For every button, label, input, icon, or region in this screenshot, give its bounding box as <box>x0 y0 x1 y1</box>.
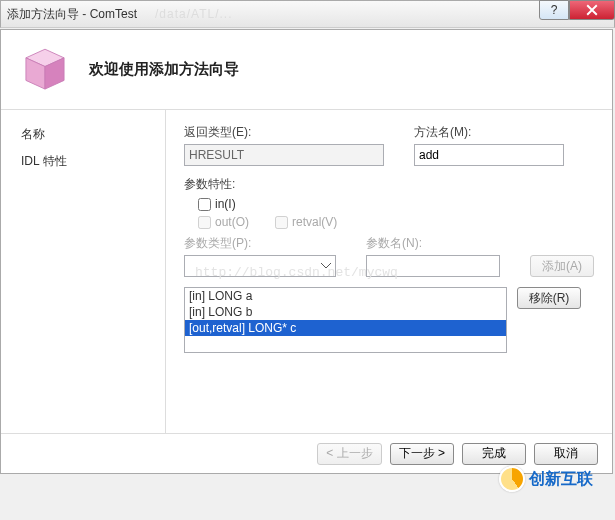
return-type-label: 返回类型(E): <box>184 124 384 141</box>
help-button[interactable]: ? <box>539 0 569 20</box>
prev-button: < 上一步 <box>317 443 381 465</box>
param-type-label: 参数类型(P): <box>184 235 336 252</box>
param-list-item[interactable]: [in] LONG b <box>185 304 506 320</box>
sidebar: 名称 IDL 特性 <box>1 110 166 433</box>
checkbox-retval-label: retval(V) <box>292 215 337 229</box>
cube-icon <box>19 44 71 96</box>
param-attr-label: 参数特性: <box>184 177 235 191</box>
cancel-button[interactable]: 取消 <box>534 443 598 465</box>
overlay-logo-icon <box>499 466 525 492</box>
chevron-down-icon <box>319 259 333 273</box>
param-listbox[interactable]: [in] LONG a[in] LONG b[out,retval] LONG*… <box>184 287 507 353</box>
overlay-brand-logo: 创新互联 <box>499 464 609 494</box>
finish-button[interactable]: 完成 <box>462 443 526 465</box>
wizard-dialog: 欢迎使用添加方法向导 名称 IDL 特性 返回类型(E): 方法名(M): 参数… <box>0 29 613 474</box>
help-icon: ? <box>551 3 558 17</box>
wizard-header: 欢迎使用添加方法向导 <box>1 30 612 110</box>
checkbox-out: out(O) <box>198 215 249 229</box>
window-buttons: ? <box>539 0 615 20</box>
param-list-item[interactable]: [out,retval] LONG* c <box>185 320 506 336</box>
checkbox-in[interactable]: in(I) <box>198 197 594 211</box>
close-button[interactable] <box>569 0 615 20</box>
window-title: 添加方法向导 - ComTest <box>7 6 137 23</box>
return-type-input[interactable] <box>184 144 384 166</box>
next-button[interactable]: 下一步 > <box>390 443 454 465</box>
checkbox-out-box <box>198 216 211 229</box>
checkbox-in-box[interactable] <box>198 198 211 211</box>
param-type-select[interactable] <box>184 255 336 277</box>
remove-param-button[interactable]: 移除(R) <box>517 287 581 309</box>
form-panel: 返回类型(E): 方法名(M): 参数特性: in(I) <box>166 110 612 433</box>
method-name-label: 方法名(M): <box>414 124 564 141</box>
close-icon <box>586 4 598 16</box>
wizard-title: 欢迎使用添加方法向导 <box>89 60 239 79</box>
add-param-button: 添加(A) <box>530 255 594 277</box>
param-list-item[interactable]: [in] LONG a <box>185 288 506 304</box>
param-name-input[interactable] <box>366 255 500 277</box>
checkbox-retval: retval(V) <box>275 215 337 229</box>
param-name-label: 参数名(N): <box>366 235 500 252</box>
checkbox-out-label: out(O) <box>215 215 249 229</box>
method-name-input[interactable] <box>414 144 564 166</box>
titlebar: 添加方法向导 - ComTest /data/ATL/... ? <box>0 0 615 28</box>
wizard-body: 名称 IDL 特性 返回类型(E): 方法名(M): 参数特性: <box>1 110 612 433</box>
sidebar-item-name[interactable]: 名称 <box>21 126 165 143</box>
overlay-logo-text: 创新互联 <box>529 469 593 490</box>
sidebar-item-idl[interactable]: IDL 特性 <box>21 153 165 170</box>
checkbox-in-label: in(I) <box>215 197 236 211</box>
checkbox-retval-box <box>275 216 288 229</box>
